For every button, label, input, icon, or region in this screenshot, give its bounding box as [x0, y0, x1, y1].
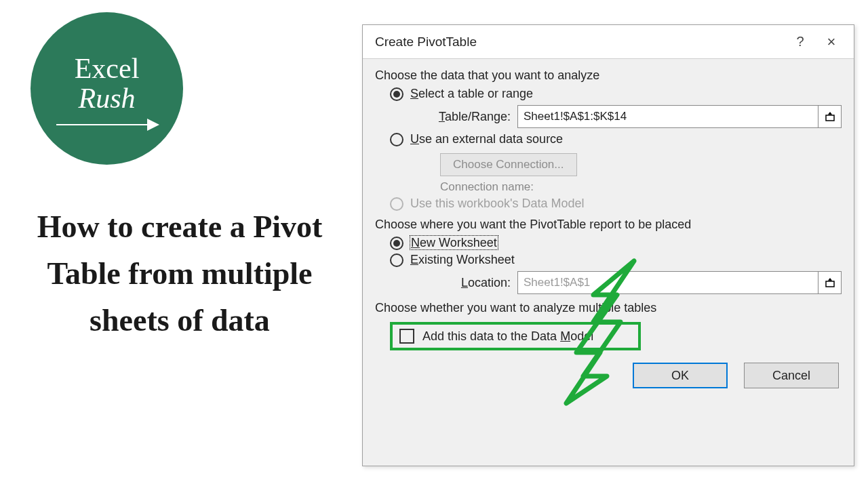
- dialog-title: Create PivotTable: [375, 35, 785, 49]
- option-select-range[interactable]: Select a table or range: [390, 87, 842, 101]
- slide-caption: How to create a Pivot Table from multipl…: [20, 203, 339, 344]
- option-new-worksheet-label: New Worksheet: [410, 236, 498, 250]
- svg-rect-0: [826, 115, 834, 121]
- range-picker-icon: [825, 111, 835, 122]
- option-use-datamodel-label: Use this workbook's Data Model: [410, 197, 585, 211]
- create-pivottable-dialog: Create PivotTable ? × Choose the data th…: [362, 24, 854, 466]
- option-new-worksheet[interactable]: New Worksheet: [390, 236, 842, 250]
- option-external-source[interactable]: Use an external data source: [390, 132, 842, 146]
- radio-icon: [390, 237, 403, 250]
- cancel-button[interactable]: Cancel: [744, 363, 839, 388]
- option-external-source-label: Use an external data source: [410, 132, 563, 146]
- option-select-range-label: Select a table or range: [410, 87, 533, 101]
- section-multiple-tables-label: Choose whether you want to analyze multi…: [375, 301, 842, 315]
- help-button[interactable]: ?: [785, 34, 816, 49]
- collapse-dialog-button-2[interactable]: [818, 271, 842, 294]
- option-existing-worksheet[interactable]: Existing Worksheet: [390, 253, 842, 267]
- radio-icon: [390, 133, 403, 146]
- brand-line1: Excel: [75, 52, 140, 85]
- brand-logo: Excel Rush: [31, 12, 183, 165]
- brand-line2: Rush: [79, 82, 136, 115]
- location-row: Location:: [422, 271, 842, 294]
- section-placement-label: Choose where you want the PivotTable rep…: [375, 218, 842, 232]
- radio-icon: [390, 253, 403, 267]
- connection-name-label: Connection name:: [440, 180, 842, 194]
- arrow-icon: [56, 124, 158, 125]
- location-input[interactable]: [517, 271, 818, 294]
- radio-icon: [390, 87, 403, 101]
- collapse-dialog-button[interactable]: [818, 105, 842, 128]
- section-analyze-label: Choose the data that you want to analyze: [375, 68, 842, 83]
- dialog-body: Choose the data that you want to analyze…: [363, 59, 854, 466]
- location-label: Location:: [422, 276, 511, 290]
- table-range-label: Table/Range:: [422, 110, 511, 124]
- add-to-datamodel-label: Add this data to the Data Model: [422, 329, 593, 344]
- option-existing-worksheet-label: Existing Worksheet: [410, 253, 515, 267]
- dialog-titlebar: Create PivotTable ? ×: [363, 25, 854, 59]
- table-range-row: Table/Range:: [422, 105, 842, 128]
- table-range-input[interactable]: [517, 105, 818, 128]
- svg-rect-1: [826, 281, 834, 287]
- option-use-datamodel: Use this workbook's Data Model: [390, 197, 842, 211]
- close-button[interactable]: ×: [816, 33, 847, 51]
- checkbox-icon: [399, 329, 414, 344]
- radio-icon: [390, 197, 403, 211]
- add-to-datamodel-row[interactable]: Add this data to the Data Model: [390, 322, 641, 350]
- ok-button[interactable]: OK: [633, 363, 728, 388]
- dialog-button-row: OK Cancel: [375, 363, 842, 388]
- choose-connection-button[interactable]: Choose Connection...: [440, 153, 577, 176]
- range-picker-icon: [825, 277, 835, 288]
